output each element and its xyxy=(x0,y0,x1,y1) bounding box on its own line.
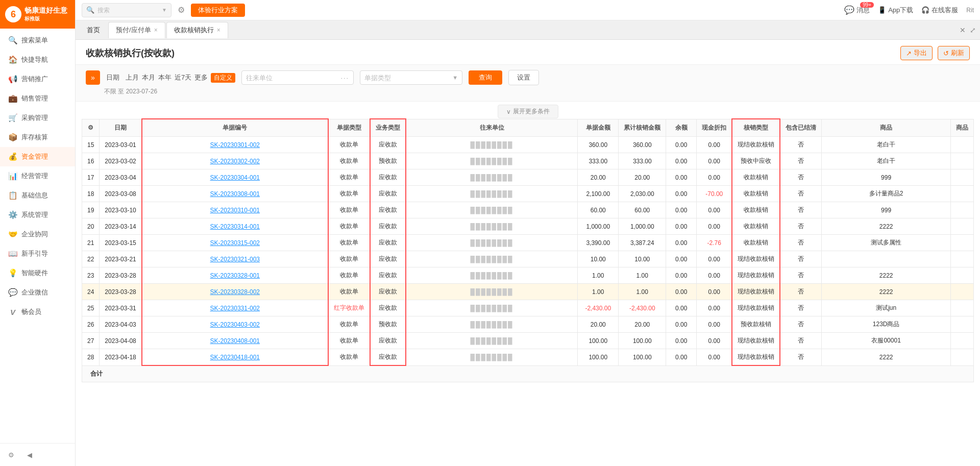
col-docno: 单据编号 xyxy=(142,119,328,137)
topnav-gear-btn[interactable]: ⚙ xyxy=(176,3,187,17)
tab-close-all-btn[interactable]: ✕ xyxy=(960,26,966,34)
solution-button[interactable]: 体验行业方案 xyxy=(191,4,245,17)
docno-link[interactable]: SK-20230328-001 xyxy=(210,272,260,279)
cell-amount: 360.00 xyxy=(578,137,619,153)
cell-amount: 60.00 xyxy=(578,202,619,218)
docno-link[interactable]: SK-20230331-002 xyxy=(210,305,260,312)
docno-link[interactable]: SK-20230301-002 xyxy=(210,141,260,149)
tab-prepay[interactable]: 预付/应付单 × xyxy=(108,22,165,38)
filter-main-row: » 日期 上月 本月 本年 近7天 更多 自定义 ··· ▼ xyxy=(86,70,970,85)
online-service-btn[interactable]: 🎧 在线客服 xyxy=(921,6,958,15)
cell-cashdisc: 0.00 xyxy=(697,153,732,169)
tab-home[interactable]: 首页 xyxy=(80,22,107,38)
cell-goods2 xyxy=(951,137,974,153)
table-row: 20 2023-03-14 SK-20230314-001 收款单 应收款 ██… xyxy=(82,218,974,235)
message-btn[interactable]: 💬 消息 99+ xyxy=(844,5,870,15)
sidebar-item-hardware[interactable]: 💡 智能硬件 xyxy=(0,263,75,283)
docno-link[interactable]: SK-20230321-003 xyxy=(210,256,260,263)
cell-balance: 0.00 xyxy=(666,349,697,366)
docno-link[interactable]: SK-20230314-001 xyxy=(210,223,260,230)
purchase-icon: 🛒 xyxy=(8,113,17,122)
doc-type-input[interactable] xyxy=(364,74,450,82)
sidebar-settings-btn[interactable]: ⚙ xyxy=(4,448,18,462)
topnav-search-input[interactable] xyxy=(97,7,159,14)
date-link-thismonth[interactable]: 本月 xyxy=(142,73,155,83)
page-header: 收款核销执行(按收款) ↗ 导出 ↺ 刷新 xyxy=(76,40,980,65)
topnav-search-wrap[interactable]: 🔍 ▼ xyxy=(82,3,172,17)
date-link-more[interactable]: 更多 xyxy=(194,73,208,83)
query-button[interactable]: 查询 xyxy=(469,70,502,85)
export-button[interactable]: ↗ 导出 xyxy=(900,46,933,60)
tab-prepay-close[interactable]: × xyxy=(154,27,158,34)
sidebar-item-sales[interactable]: 💼 销售管理 xyxy=(0,89,75,108)
filter-expand-arrow[interactable]: » xyxy=(86,70,100,85)
cell-cumamount: 1.00 xyxy=(619,267,666,284)
cell-cashdisc: 0.00 xyxy=(697,169,732,186)
docno-link[interactable]: SK-20230418-001 xyxy=(210,354,260,361)
cell-amount: 1,000.00 xyxy=(578,218,619,235)
app-download-btn[interactable]: 📱 App下载 xyxy=(878,6,913,15)
sidebar-item-search[interactable]: 🔍 搜索菜单 xyxy=(0,31,75,50)
sidebar-item-wechat[interactable]: 💬 企业微信 xyxy=(0,283,75,302)
cell-amount: 20.00 xyxy=(578,169,619,186)
col-settings[interactable]: ⚙ xyxy=(82,119,100,137)
docno-link[interactable]: SK-20230403-002 xyxy=(210,321,260,328)
cell-biztype: 应收款 xyxy=(370,284,406,300)
refresh-icon: ↺ xyxy=(943,50,949,57)
sidebar-item-basic[interactable]: 📋 基础信息 xyxy=(0,186,75,205)
refresh-button[interactable]: ↺ 刷新 xyxy=(938,46,970,60)
cell-cumamount: 60.00 xyxy=(619,202,666,218)
cell-inclear: 否 xyxy=(780,202,822,218)
filter-setting-button[interactable]: 设置 xyxy=(508,70,539,85)
custom-date-tag[interactable]: 自定义 xyxy=(211,73,235,83)
sidebar-item-operation[interactable]: 📊 经营管理 xyxy=(0,166,75,186)
partner-filter[interactable]: ··· xyxy=(241,70,354,85)
export-label: 导出 xyxy=(914,48,927,58)
sidebar-item-finance[interactable]: 💰 资金管理 xyxy=(0,147,75,166)
docno-link[interactable]: SK-20230408-001 xyxy=(210,337,260,345)
sidebar-item-label: 经营管理 xyxy=(21,171,48,181)
docno-link[interactable]: SK-20230304-001 xyxy=(210,174,260,181)
sidebar-item-purchase[interactable]: 🛒 采购管理 xyxy=(0,108,75,128)
cell-cashdisc: 0.00 xyxy=(697,349,732,366)
docno-link[interactable]: SK-20230315-002 xyxy=(210,239,260,247)
sidebar-collapse-btn[interactable]: ◀ xyxy=(22,448,37,462)
docno-link[interactable]: SK-20230308-001 xyxy=(210,190,260,198)
tab-clearexec[interactable]: 收款核销执行 × xyxy=(166,22,228,38)
cell-goods2 xyxy=(951,284,974,300)
docno-link[interactable]: SK-20230328-002 xyxy=(210,288,260,296)
table-row: 21 2023-03-15 SK-20230315-002 收款单 应收款 ██… xyxy=(82,235,974,251)
tab-expand-btn[interactable]: ⤢ xyxy=(970,26,976,34)
cell-goods: 2222 xyxy=(822,284,951,300)
sidebar-item-quicknav[interactable]: 🏠 快捷导航 xyxy=(0,50,75,69)
tab-clearexec-close[interactable]: × xyxy=(217,27,220,34)
sidebar-item-label: 销售管理 xyxy=(21,94,48,103)
sidebar-item-label: 采购管理 xyxy=(21,113,48,122)
cell-doctype: 收款单 xyxy=(328,251,370,267)
user-label[interactable]: Rit xyxy=(966,7,974,14)
date-link-thisyear[interactable]: 本年 xyxy=(158,73,172,83)
sidebar-item-label: 系统管理 xyxy=(21,210,48,219)
date-link-7days[interactable]: 近7天 xyxy=(175,73,191,83)
cell-inclear: 否 xyxy=(780,251,822,267)
sidebar-item-enterprise[interactable]: 🤝 企业协同 xyxy=(0,225,75,244)
cell-cashdisc: 0.00 xyxy=(697,251,732,267)
sidebar-item-marketing[interactable]: 📢 营销推广 xyxy=(0,69,75,89)
doc-type-filter[interactable]: ▼ xyxy=(360,70,462,85)
search-icon: 🔍 xyxy=(86,6,94,14)
cell-balance: 0.00 xyxy=(666,169,697,186)
sidebar-item-guide[interactable]: 📖 新手引导 xyxy=(0,244,75,263)
partner-input[interactable] xyxy=(246,74,338,82)
sidebar-item-inventory[interactable]: 📦 库存核算 xyxy=(0,128,75,147)
sidebar-item-system[interactable]: ⚙️ 系统管理 xyxy=(0,205,75,225)
cell-balance: 0.00 xyxy=(666,186,697,202)
cell-biztype: 预收款 xyxy=(370,316,406,333)
date-link-lastmonth[interactable]: 上月 xyxy=(126,73,139,83)
expand-more-button[interactable]: ∨ 展开更多条件 xyxy=(498,105,558,118)
sidebar-item-member[interactable]: V 畅会员 xyxy=(0,302,75,322)
cell-doctype: 收款单 xyxy=(328,169,370,186)
cell-inclear: 否 xyxy=(780,186,822,202)
cell-inclear: 否 xyxy=(780,284,822,300)
docno-link[interactable]: SK-20230302-002 xyxy=(210,158,260,165)
docno-link[interactable]: SK-20230310-001 xyxy=(210,207,260,214)
